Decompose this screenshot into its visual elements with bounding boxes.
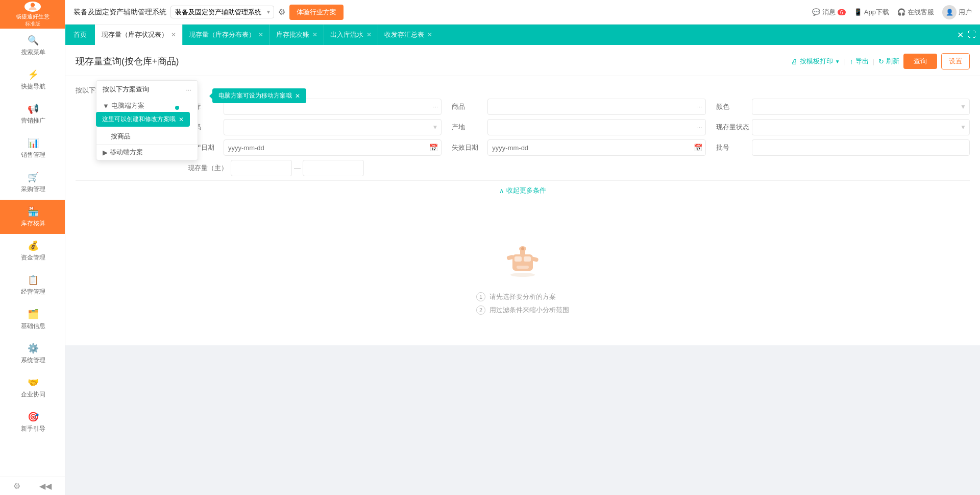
tab-close-1[interactable]: ✕ [258, 31, 263, 38]
user-btn[interactable]: 👤 用户 [942, 5, 972, 19]
goods-input[interactable] [492, 103, 701, 111]
chart-icon: 📊 [28, 137, 39, 149]
page-actions: 🖨 按模板打印 ▼ | ↑ 导出 | ↻ 刷新 查询 设置 [791, 53, 970, 69]
system-select[interactable]: 装备及固定资产辅助管理系统 [170, 6, 274, 18]
expire-date-calendar-icon[interactable]: 📅 [694, 144, 702, 152]
app-download-btn[interactable]: 📱 App下载 [854, 8, 889, 17]
color-input[interactable] [756, 103, 965, 111]
message-badge: 6 [838, 9, 846, 15]
search-btn[interactable]: 查询 [903, 54, 937, 69]
setup-btn[interactable]: 设置 [941, 53, 970, 69]
sp-item-goods[interactable]: 按商品 [96, 129, 198, 144]
tooltip-anchor-1: 电脑方案可设为移动方案哦 ✕ [212, 88, 306, 103]
shopping-icon: 🛒 [28, 172, 39, 183]
sidebar-item-basic[interactable]: 🗂️ 基础信息 [0, 302, 65, 337]
online-service-btn[interactable]: 🎧 在线客服 [897, 8, 934, 17]
filter-size: 尺码 ▼ [188, 119, 442, 135]
sidebar-item-system[interactable]: ⚙️ 系统管理 [0, 337, 65, 371]
warehouse-icon: 🏪 [28, 206, 39, 217]
chevron-print-icon: ▼ [835, 59, 840, 64]
collapse-chevron-icon: ∧ [499, 187, 504, 195]
stock-status-input[interactable] [756, 124, 965, 131]
sidebar-item-label: 新手引导 [21, 425, 45, 433]
tab-home[interactable]: 首页 [65, 25, 95, 45]
sidebar-logo: 畅捷通好生意 标准版 [0, 0, 65, 29]
tooltip1-close-btn[interactable]: ✕ [295, 92, 300, 100]
sidebar-item-enterprise[interactable]: 🤝 企业协同 [0, 371, 65, 405]
print-btn[interactable]: 🖨 按模板打印 ▼ [791, 57, 840, 66]
sp-more-icon[interactable]: ··· [186, 86, 191, 93]
export-btn[interactable]: ↑ 导出 [850, 57, 869, 66]
sp-group-mobile-row[interactable]: ▶ 移动端方案 [96, 144, 198, 160]
megaphone-icon: 📢 [28, 103, 39, 114]
export-label: 导出 [855, 57, 869, 66]
tooltip-text-2: 这里可以创建和修改方案哦 [102, 115, 176, 124]
sidebar-item-operation[interactable]: 📋 经营管理 [0, 268, 65, 302]
tab-label-0: 现存量（库存状况表） [102, 30, 168, 39]
size-input[interactable] [228, 124, 437, 131]
collapse-sidebar-btn[interactable]: ◀◀ [39, 481, 52, 491]
refresh-btn[interactable]: ↻ 刷新 [878, 57, 899, 66]
stock-main-from-input[interactable] [235, 164, 287, 172]
sidebar-item-purchase[interactable]: 🛒 采购管理 [0, 166, 65, 200]
sidebar-item-marketing[interactable]: 📢 营销推广 [0, 97, 65, 131]
trial-btn[interactable]: 体验行业方案 [289, 5, 344, 20]
tip-text-2: 用过滤条件来缩小分析范围 [489, 305, 569, 315]
sp-header: 按以下方案查询 ··· [96, 81, 198, 98]
sidebar-item-label: 采购管理 [21, 185, 45, 194]
sidebar-item-label: 系统管理 [21, 356, 45, 365]
sidebar: 畅捷通好生意 标准版 🔍 搜索菜单 ⚡ 快捷导航 📢 营销推广 📊 销售管理 🛒… [0, 0, 65, 495]
sidebar-item-label: 基础信息 [21, 322, 45, 331]
origin-input[interactable] [492, 124, 701, 131]
warehouse-input[interactable] [228, 103, 437, 111]
tab-close-2[interactable]: ✕ [312, 31, 317, 38]
sidebar-item-search[interactable]: 🔍 搜索菜单 [0, 29, 65, 63]
message-btn[interactable]: 💬 消息 6 [812, 8, 846, 17]
tab-item-4[interactable]: 收发存汇总表 ✕ [378, 25, 438, 45]
prod-date-input[interactable] [228, 144, 437, 152]
tooltip2-close-btn[interactable]: ✕ [179, 116, 184, 123]
online-service-label: 在线客服 [908, 8, 934, 17]
search-icon: 🔍 [28, 35, 39, 46]
sidebar-item-label: 营销推广 [21, 116, 45, 125]
expire-date-label: 失效日期 [452, 143, 487, 152]
sidebar-item-guide[interactable]: 🎯 新手引导 [0, 405, 65, 439]
expire-date-input[interactable] [492, 144, 701, 152]
tab-close-0[interactable]: ✕ [171, 31, 176, 38]
tab-label-1: 现存量（库存分布表） [189, 30, 255, 39]
batch-input[interactable] [756, 144, 965, 152]
sidebar-nav: 🔍 搜索菜单 ⚡ 快捷导航 📢 营销推广 📊 销售管理 🛒 采购管理 🏪 库存核… [0, 29, 65, 477]
sidebar-item-quick[interactable]: ⚡ 快捷导航 [0, 63, 65, 97]
divider2: | [873, 58, 874, 65]
tab-item-3[interactable]: 出入库流水 ✕ [324, 25, 378, 45]
sidebar-item-sales[interactable]: 📊 销售管理 [0, 131, 65, 166]
tab-item-1[interactable]: 现存量（库存分布表） ✕ [182, 25, 270, 45]
settings-bottom-btn[interactable]: ⚙ [13, 481, 20, 491]
tab-item-2[interactable]: 库存批次账 ✕ [270, 25, 324, 45]
prod-date-calendar-icon[interactable]: 📅 [429, 144, 438, 152]
sp-group-desktop-row[interactable]: ▼ 电脑端方案 [96, 98, 198, 113]
expire-date-control: 📅 [487, 139, 705, 156]
tooltip-bubble-1: 电脑方案可设为移动方案哦 ✕ [212, 88, 306, 103]
tab-label-3: 出入库流水 [330, 30, 363, 39]
sidebar-item-inventory[interactable]: 🏪 库存核算 [0, 200, 65, 234]
page-content: 现存量查询(按仓库+商品) 🖨 按模板打印 ▼ | ↑ 导出 | ↻ [65, 45, 980, 495]
filter-expire-date: 失效日期 📅 [452, 139, 705, 156]
system-select-wrap: 装备及固定资产辅助管理系统 ▼ [170, 6, 274, 18]
tab-close-all-icon[interactable]: ✕ [957, 30, 964, 40]
tab-item-0[interactable]: 现存量（库存状况表） ✕ [95, 25, 182, 45]
stock-main-to-input[interactable] [307, 164, 359, 172]
tab-close-4[interactable]: ✕ [427, 31, 432, 38]
topbar-gear-icon[interactable]: ⚙ [278, 7, 285, 17]
svg-rect-4 [524, 256, 531, 262]
sidebar-item-label: 搜索菜单 [21, 48, 45, 57]
tab-expand-icon[interactable]: ⛶ [968, 30, 976, 39]
svg-point-0 [30, 3, 34, 7]
sidebar-item-finance[interactable]: 💰 资金管理 [0, 234, 65, 268]
headset-icon: 🎧 [897, 8, 905, 16]
collapse-bar[interactable]: ∧ 收起更多条件 [76, 180, 970, 200]
dot-indicator [175, 106, 179, 110]
phone-icon: 📱 [854, 8, 862, 16]
origin-label: 产地 [452, 123, 487, 132]
tab-close-3[interactable]: ✕ [366, 31, 372, 38]
